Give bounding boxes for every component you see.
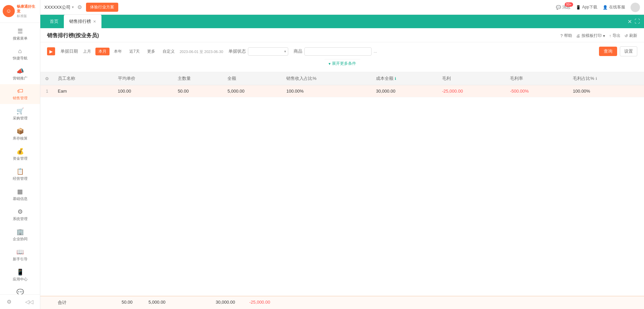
collab-icon: 🏢 <box>16 228 24 236</box>
status-select[interactable] <box>248 47 288 56</box>
sidebar-item-label: 企业协同 <box>13 237 28 242</box>
goods-ellipsis[interactable]: ... <box>374 49 377 54</box>
basic-info-icon: ▦ <box>17 188 23 195</box>
tab-sales-rank-label: 销售排行榜 <box>69 18 91 24</box>
sidebar-item-app-center[interactable]: 📱 应用中心 <box>0 265 40 285</box>
company-selector[interactable]: XXXXXX公司 ▾ <box>44 4 74 10</box>
filter-row: ▶ 单据日期 上月 本月 本年 近7天 更多 自定义 2023-06-01 至 … <box>47 46 637 56</box>
tab-maximize-icon[interactable]: ⛶ <box>635 18 640 25</box>
footer-profit-rate <box>283 300 313 306</box>
th-sales-pct: 销售收入占比% <box>282 72 372 85</box>
sidebar-item-label: 库存核算 <box>13 136 28 141</box>
sidebar-bottom: ⚙ ◁◁ <box>0 294 40 309</box>
goods-input[interactable] <box>304 47 372 56</box>
footer-cells: 合计 50.00 5,000.00 30,000.00 -25,000.00 <box>44 300 640 306</box>
sidebar-logo: ☺ 畅康通好生意 标准版 <box>0 0 40 23</box>
filter-goods-item: 商品 ... <box>294 47 377 56</box>
sidebar-item-guide[interactable]: 📖 新手引导 <box>0 245 40 265</box>
data-table: ⚙ 员工名称 平均单价 主数量 全额 销售收入占比% 成本全额 ℹ 毛利 毛利率… <box>40 72 644 97</box>
sidebar-item-label: 系统管理 <box>13 216 28 221</box>
footer-cost: 30,000.00 <box>216 300 249 306</box>
online-service-btn[interactable]: 👤 在线客服 <box>603 4 625 10</box>
page-actions: ? 帮助 🖨 按模板打印 ▾ ↑ 导出 ↺ 刷新 <box>560 33 637 39</box>
filter-status-item: 单据状态 <box>228 47 288 56</box>
sidebar-item-funds[interactable]: 💰 资金管理 <box>0 144 40 164</box>
settings-bottom-icon[interactable]: ⚙ <box>5 297 13 306</box>
logo-text: 畅康通好生意 <box>17 4 37 14</box>
cost-info-icon[interactable]: ℹ <box>395 76 396 81</box>
sidebar-item-label: 基础信息 <box>13 196 28 201</box>
th-profit-pct: 毛利占比% ℹ <box>569 72 644 85</box>
app-center-icon: 📱 <box>16 268 24 276</box>
sidebar-item-enterprise-wechat[interactable]: 💬 企业微信 <box>0 285 40 294</box>
sidebar-item-operations[interactable]: 📋 经营管理 <box>0 164 40 185</box>
period-last-7days[interactable]: 近7天 <box>126 48 143 55</box>
tab-close-all-icon[interactable]: ✕ <box>628 18 632 25</box>
message-badge: 99+ <box>565 2 573 7</box>
filter-more-row: ▾ 展开更多条件 <box>47 56 637 68</box>
print-btn[interactable]: 🖨 按模板打印 ▾ <box>576 33 605 39</box>
sidebar-item-label: 资金管理 <box>13 156 28 161</box>
footer-profit: -25,000.00 <box>249 300 283 306</box>
expand-more-btn[interactable]: ▾ 展开更多条件 <box>325 59 360 68</box>
td-quantity: 50.00 <box>174 85 223 97</box>
column-settings-icon[interactable]: ⚙ <box>45 76 49 81</box>
sidebar-item-inventory[interactable]: 📦 库存核算 <box>0 124 40 144</box>
tab-home-label: 首页 <box>50 18 58 24</box>
sidebar-item-purchase[interactable]: 🛒 采购管理 <box>0 104 40 124</box>
refresh-btn[interactable]: ↺ 刷新 <box>625 33 637 39</box>
settings-btn[interactable]: 设置 <box>620 46 637 56</box>
footer-label <box>44 300 58 306</box>
sidebar-item-label: 采购管理 <box>13 116 28 121</box>
footer-sales-pct <box>179 300 216 306</box>
logo-sub: 标准版 <box>17 14 37 18</box>
tab-home[interactable]: 首页 <box>44 15 64 28</box>
topbar-settings-icon[interactable]: ⚙ <box>77 4 82 10</box>
export-icon: ↑ <box>609 34 611 38</box>
period-this-year[interactable]: 本年 <box>111 48 125 55</box>
company-name: XXXXXX公司 <box>44 4 71 10</box>
user-avatar[interactable] <box>631 3 640 12</box>
goods-filter-label: 商品 <box>294 48 302 54</box>
query-btn[interactable]: 查询 <box>599 47 617 56</box>
td-profit-rate: -500.00% <box>506 85 569 97</box>
print-label: 按模板打印 <box>582 33 602 39</box>
footer-quantity: 50.00 <box>122 300 148 306</box>
period-last-month[interactable]: 上月 <box>80 48 94 55</box>
page-title: 销售排行榜(按业务员) <box>47 32 99 39</box>
sidebar-item-marketing[interactable]: 📣 营销推广 <box>0 64 40 84</box>
period-this-month[interactable]: 本月 <box>95 48 110 55</box>
status-filter-label: 单据状态 <box>228 48 246 54</box>
help-btn[interactable]: ? 帮助 <box>560 33 572 39</box>
sidebar-item-sales[interactable]: 🏷 销售管理 <box>0 84 40 104</box>
home-icon: ⌂ <box>18 48 22 55</box>
period-more[interactable]: 更多 <box>144 48 158 55</box>
sidebar-item-label: 销售管理 <box>13 96 28 101</box>
trial-btn[interactable]: 体验行业方案 <box>86 3 118 12</box>
sidebar-item-search[interactable]: ☰ 搜索菜单 <box>0 24 40 44</box>
company-dropdown-icon: ▾ <box>72 5 74 9</box>
th-quantity: 主数量 <box>174 72 223 85</box>
sidebar-item-enterprise-collab[interactable]: 🏢 企业协同 <box>0 225 40 245</box>
td-rank: 1 <box>40 85 54 97</box>
print-icon: 🖨 <box>576 34 580 38</box>
sidebar-item-system[interactable]: ⚙ 系统管理 <box>0 205 40 225</box>
sidebar-nav: ☰ 搜索菜单 ⌂ 快捷导航 📣 营销推广 🏷 销售管理 🛒 采购管理 📦 库存核… <box>0 23 40 294</box>
period-custom[interactable]: 自定义 <box>160 48 178 55</box>
footer-profit-pct <box>313 300 343 306</box>
sidebar-item-basic-info[interactable]: ▦ 基础信息 <box>0 185 40 205</box>
operations-icon: 📋 <box>16 168 24 175</box>
th-amount: 全额 <box>223 72 282 85</box>
collapse-sidebar-icon[interactable]: ◁◁ <box>24 297 35 306</box>
tab-close-icon[interactable]: ✕ <box>93 19 96 24</box>
export-btn[interactable]: ↑ 导出 <box>609 33 620 39</box>
marketing-icon: 📣 <box>16 67 24 75</box>
message-btn[interactable]: 💬 消息 99+ <box>556 4 570 10</box>
footer-avg-price <box>91 300 122 306</box>
guide-icon: 📖 <box>16 248 24 256</box>
filter-toggle-btn[interactable]: ▶ <box>47 47 55 55</box>
tab-sales-rank[interactable]: 销售排行榜 ✕ <box>64 15 101 28</box>
app-download-btn[interactable]: 📱 App下载 <box>576 4 597 10</box>
sidebar-item-quick-nav[interactable]: ⌂ 快捷导航 <box>0 44 40 64</box>
profit-pct-info-icon[interactable]: ℹ <box>596 76 597 81</box>
